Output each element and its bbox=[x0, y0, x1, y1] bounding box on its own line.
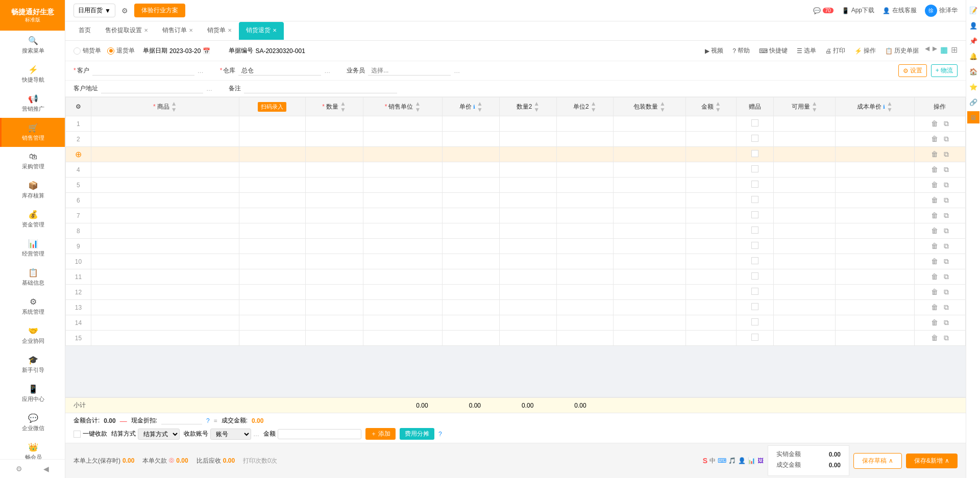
gift-checkbox-3[interactable] bbox=[751, 150, 758, 157]
copy-btn-13[interactable]: ⧉ bbox=[942, 302, 951, 313]
right-sidebar-item-4[interactable]: 🏠 bbox=[967, 65, 979, 78]
product-cell-2[interactable] bbox=[91, 132, 239, 147]
cell-3-1[interactable] bbox=[305, 147, 363, 162]
copy-btn-4[interactable]: ⧉ bbox=[942, 164, 951, 175]
cell-7-4[interactable] bbox=[500, 208, 556, 223]
cell-4-0[interactable] bbox=[239, 162, 305, 178]
copy-btn-10[interactable]: ⧉ bbox=[942, 256, 951, 267]
cell-6-4[interactable] bbox=[500, 193, 556, 208]
online-service-btn[interactable]: 👤 在线客服 bbox=[883, 6, 917, 15]
nav-prev-icon[interactable]: ◀ bbox=[925, 45, 929, 57]
cell-3-3[interactable] bbox=[443, 147, 500, 162]
delete-btn-13[interactable]: 🗑 bbox=[929, 302, 940, 312]
cell-6-6[interactable] bbox=[613, 193, 685, 208]
cell-14-4[interactable] bbox=[500, 315, 556, 331]
note-input[interactable] bbox=[244, 84, 397, 93]
cell-14-2[interactable] bbox=[363, 315, 443, 331]
cell-8-9[interactable] bbox=[774, 223, 836, 239]
copy-btn-12[interactable]: ⧉ bbox=[942, 287, 951, 297]
experience-btn[interactable]: 体验行业方案 bbox=[134, 4, 185, 17]
tab-2[interactable]: 销售订单✕ bbox=[155, 22, 200, 40]
cell-8-3[interactable] bbox=[443, 223, 500, 239]
delete-btn-12[interactable]: 🗑 bbox=[929, 287, 940, 297]
tab-close-3[interactable]: ✕ bbox=[228, 28, 232, 33]
gift-checkbox-13[interactable] bbox=[751, 303, 758, 310]
cell-6-1[interactable] bbox=[305, 193, 363, 208]
col-settings[interactable]: ⚙ bbox=[66, 97, 91, 116]
cell-8-1[interactable] bbox=[305, 223, 363, 239]
cell-7-1[interactable] bbox=[305, 208, 363, 223]
cell-10-6[interactable] bbox=[613, 254, 685, 269]
delete-btn-7[interactable]: 🗑 bbox=[929, 210, 940, 220]
calendar-icon[interactable]: 📅 bbox=[203, 47, 210, 55]
cell-12-2[interactable] bbox=[363, 285, 443, 300]
cell-12-5[interactable] bbox=[556, 285, 613, 300]
product-cell-6[interactable] bbox=[91, 193, 239, 208]
gift-checkbox-10[interactable] bbox=[751, 257, 758, 264]
cell-11-10[interactable] bbox=[836, 269, 915, 285]
warehouse-dots[interactable]: … bbox=[324, 67, 330, 74]
discount-input[interactable] bbox=[161, 417, 202, 424]
cell-7-0[interactable] bbox=[239, 208, 305, 223]
cell-2-3[interactable] bbox=[443, 132, 500, 147]
customer-input[interactable] bbox=[92, 66, 194, 76]
cell-7-7[interactable] bbox=[686, 208, 737, 223]
cell-3-2[interactable] bbox=[363, 147, 443, 162]
cell-5-0[interactable] bbox=[239, 178, 305, 193]
cell-11-1[interactable] bbox=[305, 269, 363, 285]
sidebar-item-0[interactable]: 🔍 搜索菜单 bbox=[0, 31, 65, 60]
cell-10-9[interactable] bbox=[774, 254, 836, 269]
sidebar-item-11[interactable]: 🎓 新手引导 bbox=[0, 350, 65, 379]
view-list-icon[interactable]: ▦ bbox=[940, 45, 948, 57]
delete-btn-4[interactable]: 🗑 bbox=[929, 164, 940, 174]
cell-14-10[interactable] bbox=[836, 315, 915, 331]
cell-4-5[interactable] bbox=[556, 162, 613, 178]
cell-1-10[interactable] bbox=[836, 116, 915, 132]
cell-5-7[interactable] bbox=[686, 178, 737, 193]
split-help-icon[interactable]: ? bbox=[438, 431, 442, 438]
cell-3-10[interactable] bbox=[836, 147, 915, 162]
sidebar-item-1[interactable]: ⚡ 快捷导航 bbox=[0, 60, 65, 89]
cell-8-7[interactable] bbox=[686, 223, 737, 239]
right-sidebar-item-1[interactable]: 👤 bbox=[967, 19, 979, 32]
sidebar-item-13[interactable]: 💬 企业微信 bbox=[0, 408, 65, 437]
customer-dots[interactable]: … bbox=[198, 67, 204, 74]
product-cell-4[interactable] bbox=[91, 162, 239, 178]
cell-5-2[interactable] bbox=[363, 178, 443, 193]
cell-1-4[interactable] bbox=[500, 116, 556, 132]
cell-1-5[interactable] bbox=[556, 116, 613, 132]
cell-3-0[interactable] bbox=[239, 147, 305, 162]
warehouse-input[interactable] bbox=[238, 66, 321, 76]
tab-close-1[interactable]: ✕ bbox=[144, 28, 148, 33]
sidebar-item-6[interactable]: 💰 资金管理 bbox=[0, 205, 65, 234]
cell-3-5[interactable] bbox=[556, 147, 613, 162]
cost-info-icon[interactable]: ℹ bbox=[883, 104, 885, 110]
cell-10-4[interactable] bbox=[500, 254, 556, 269]
cell-2-6[interactable] bbox=[613, 132, 685, 147]
cell-2-9[interactable] bbox=[774, 132, 836, 147]
copy-btn-15[interactable]: ⧉ bbox=[942, 333, 951, 343]
right-sidebar-item-3[interactable]: 🔔 bbox=[967, 50, 979, 62]
gift-checkbox-12[interactable] bbox=[751, 288, 758, 295]
cell-15-9[interactable] bbox=[774, 331, 836, 346]
cell-13-6[interactable] bbox=[613, 300, 685, 315]
copy-btn-14[interactable]: ⧉ bbox=[942, 317, 951, 328]
cell-13-10[interactable] bbox=[836, 300, 915, 315]
cell-12-9[interactable] bbox=[774, 285, 836, 300]
gift-checkbox-1[interactable] bbox=[751, 119, 758, 127]
sort-icon-amount[interactable]: ▲▼ bbox=[715, 100, 721, 113]
cell-11-5[interactable] bbox=[556, 269, 613, 285]
copy-btn-2[interactable]: ⧉ bbox=[942, 134, 951, 144]
sort-icon-product[interactable]: ▲▼ bbox=[171, 100, 177, 113]
sidebar-collapse-icon[interactable]: ◀ bbox=[43, 465, 49, 473]
cell-4-10[interactable] bbox=[836, 162, 915, 178]
cell-14-5[interactable] bbox=[556, 315, 613, 331]
account-dots[interactable]: … bbox=[253, 431, 259, 438]
cell-9-3[interactable] bbox=[443, 239, 500, 254]
delete-btn-11[interactable]: 🗑 bbox=[929, 271, 940, 282]
sort-icon-price[interactable]: ▲▼ bbox=[477, 100, 483, 113]
cell-12-1[interactable] bbox=[305, 285, 363, 300]
cell-10-5[interactable] bbox=[556, 254, 613, 269]
cell-4-3[interactable] bbox=[443, 162, 500, 178]
cell-2-1[interactable] bbox=[305, 132, 363, 147]
